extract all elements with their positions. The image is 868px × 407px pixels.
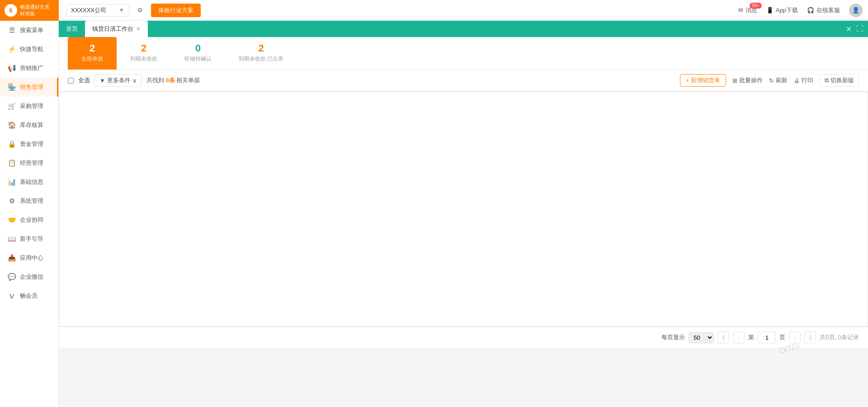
sidebar-item-purchase[interactable]: 🛒 采购管理 — [0, 97, 58, 116]
home-label: 首页 — [66, 25, 78, 33]
search-menu-icon: ☰ — [7, 26, 16, 34]
sidebar-item-label: 采购管理 — [20, 102, 43, 110]
user-avatar[interactable]: 👤 — [849, 4, 863, 17]
sidebar-item-label: 库存核算 — [20, 121, 43, 129]
stat-label-pending: 旺铺待确认 — [184, 55, 212, 63]
batch-operation-button[interactable]: ⊞ 批量操作 — [732, 76, 763, 84]
sidebar-item-system[interactable]: ⚙ 系统管理 — [0, 192, 58, 211]
service-label: 在线客服 — [816, 6, 840, 14]
app-icon: 📱 — [766, 7, 774, 14]
system-icon: ⚙ — [7, 197, 16, 205]
toolbar-right: + 新增销货单 ⊞ 批量操作 ↻ 刷新 🖨 打印 ⧉ 切换新版 — [680, 74, 859, 87]
sidebar-item-wechat[interactable]: 💬 企业微信 — [0, 267, 58, 286]
sidebar-item-label: 营销推广 — [20, 64, 43, 72]
work-label: 钱货日清工作台 — [92, 25, 133, 33]
switch-version-button[interactable]: ⧉ 切换新版 — [820, 74, 859, 87]
message-button[interactable]: ✉ 消息 99+ — [738, 6, 757, 14]
stat-label-overdue: 到期未收款 — [130, 55, 157, 63]
sidebar-item-label: 新手引导 — [20, 235, 43, 243]
sidebar-item-label: 销售管理 — [20, 83, 43, 91]
sidebar-item-quick-nav[interactable]: ⚡ 快捷导航 — [0, 40, 58, 59]
operations-icon: 📋 — [7, 159, 16, 167]
tab-work[interactable]: 钱货日清工作台 ✕ — [85, 21, 148, 37]
sidebar: ☰ 搜索菜单 ⚡ 快捷导航 📢 营销推广 🏪 销售管理 🛒 采购管理 🏠 库存核… — [0, 21, 59, 407]
header-right: ✉ 消息 99+ 📱 App下载 🎧 在线客服 👤 — [738, 4, 863, 17]
per-page-select[interactable]: 50 100 200 — [689, 332, 714, 343]
stat-tab-all[interactable]: 2 全部单据 — [68, 37, 117, 70]
result-text: 共找到 0条 相关单据 — [146, 76, 200, 84]
select-all-checkbox[interactable] — [68, 78, 74, 84]
member-icon: V — [7, 292, 16, 300]
sidebar-item-base-info[interactable]: 📊 基础信息 — [0, 173, 58, 192]
stat-label-all: 全部单据 — [81, 55, 103, 63]
refresh-icon: ↻ — [769, 77, 774, 84]
content-area — [59, 92, 868, 327]
app-center-icon: 📥 — [7, 254, 16, 262]
first-page-button[interactable]: ⟪ — [717, 332, 729, 343]
pagination-bar: 每页显示 50 100 200 ⟪ ‹ 第 页 › ⟫ 共0页, 0条记录 — [59, 327, 868, 348]
sidebar-item-label: 搜索菜单 — [20, 26, 43, 34]
message-icon: ✉ — [738, 7, 743, 14]
service-button[interactable]: 🎧 在线客服 — [807, 6, 840, 14]
app-download-button[interactable]: 📱 App下载 — [766, 6, 798, 14]
trial-button[interactable]: 体验行业方案 — [151, 4, 201, 17]
sidebar-item-label: 经营管理 — [20, 159, 43, 167]
next-page-button[interactable]: › — [789, 332, 801, 343]
enterprise-icon: 🤝 — [7, 216, 16, 224]
sidebar-item-finance[interactable]: 🔒 资金管理 — [0, 135, 58, 154]
toolbar-left: 全选 ▼ 更多条件 ∨ 共找到 0条 相关单据 — [68, 74, 675, 87]
filter-label: 更多条件 — [107, 76, 131, 84]
sidebar-item-label: 畅会员 — [20, 292, 38, 300]
sidebar-item-search[interactable]: ☰ 搜索菜单 — [0, 21, 58, 40]
tab-home[interactable]: 首页 — [59, 21, 85, 37]
logo-icon: 6 — [5, 4, 17, 17]
toolbar: 全选 ▼ 更多条件 ∨ 共找到 0条 相关单据 + 新增销货单 ⊞ 批量操作 ↻… — [59, 70, 868, 92]
stat-tab-out[interactable]: 2 到期未收款 已出库 — [225, 37, 297, 69]
guide-icon: 📖 — [7, 235, 16, 243]
sidebar-item-label: 应用中心 — [20, 254, 43, 262]
total-text: 共0页, 0条记录 — [820, 333, 859, 342]
filter-icon: ▼ — [99, 77, 105, 84]
wechat-icon: 💬 — [7, 273, 16, 281]
stat-count-pending: 0 — [184, 42, 212, 54]
stat-tab-pending[interactable]: 0 旺铺待确认 — [171, 37, 225, 69]
company-selector[interactable]: XXXXXX公司 ▼ — [66, 4, 129, 17]
sidebar-item-label: 企业协同 — [20, 216, 43, 224]
sidebar-item-sales[interactable]: 🏪 销售管理 — [0, 78, 58, 97]
sidebar-item-label: 基础信息 — [20, 178, 43, 186]
tab-close-icon[interactable]: ✕ — [136, 26, 141, 32]
nav-tabs-bar: 首页 钱货日清工作台 ✕ ✕ ⛶ — [59, 21, 868, 37]
sidebar-item-inventory[interactable]: 🏠 库存核算 — [0, 116, 58, 135]
filter-button[interactable]: ▼ 更多条件 ∨ — [94, 74, 142, 87]
inventory-icon: 🏠 — [7, 121, 16, 129]
result-count: 0条 — [166, 77, 175, 84]
prev-page-button[interactable]: ‹ — [733, 332, 745, 343]
sidebar-item-marketing[interactable]: 📢 营销推广 — [0, 59, 58, 78]
sidebar-item-app-center[interactable]: 📥 应用中心 — [0, 248, 58, 267]
sidebar-item-operations[interactable]: 📋 经营管理 — [0, 154, 58, 173]
stat-count-overdue: 2 — [130, 42, 157, 54]
stat-tab-overdue[interactable]: 2 到期未收款 — [117, 37, 171, 69]
settings-icon[interactable]: ⚙ — [133, 3, 147, 18]
chevron-down-icon: ▼ — [118, 7, 124, 14]
switch-icon: ⧉ — [825, 77, 829, 84]
sidebar-item-enterprise[interactable]: 🤝 企业协同 — [0, 211, 58, 229]
last-page-button[interactable]: ⟫ — [804, 332, 816, 343]
finance-icon: 🔒 — [7, 140, 16, 148]
refresh-button[interactable]: ↻ 刷新 — [769, 76, 788, 84]
app-label: App下载 — [776, 6, 798, 14]
stat-label-out: 到期未收款 已出库 — [239, 55, 283, 63]
print-button[interactable]: 🖨 打印 — [794, 76, 813, 84]
sidebar-item-label: 系统管理 — [20, 197, 43, 205]
marketing-icon: 📢 — [7, 64, 16, 72]
add-sale-button[interactable]: + 新增销货单 — [680, 74, 726, 87]
sidebar-item-member[interactable]: V 畅会员 — [0, 286, 58, 305]
avatar-icon: 👤 — [852, 7, 859, 14]
page-number-input[interactable] — [758, 332, 776, 343]
batch-icon: ⊞ — [732, 77, 737, 84]
main-content: 2 全部单据 2 到期未收款 0 旺铺待确认 2 到期未收款 已出库 全选 ▼ … — [59, 37, 868, 407]
tab-close-btn[interactable]: ✕ — [846, 25, 852, 33]
sidebar-item-guide[interactable]: 📖 新手引导 — [0, 229, 58, 248]
tab-expand-btn[interactable]: ⛶ — [856, 25, 863, 33]
logo-area: 6 畅捷通好生意 标准版 — [0, 0, 59, 21]
